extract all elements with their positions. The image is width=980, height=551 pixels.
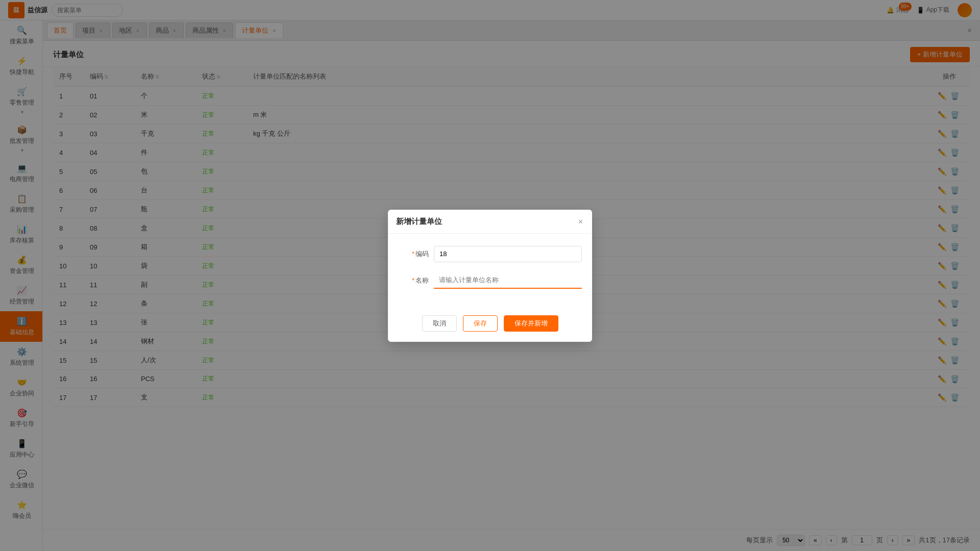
save-and-new-button[interactable]: 保存并新增 (504, 315, 558, 332)
dialog-title: 新增计量单位 (396, 217, 442, 227)
name-form-row: *名称 (398, 272, 582, 289)
dialog-body: *编码 *名称 (388, 234, 592, 309)
name-input[interactable] (434, 272, 582, 289)
name-required: * (412, 277, 414, 284)
code-form-row: *编码 (398, 246, 582, 262)
save-button[interactable]: 保存 (463, 315, 498, 332)
dialog-close-button[interactable]: × (577, 217, 584, 227)
dialog-overlay: 新增计量单位 × *编码 *名称 取消 保存 保存并新增 (0, 0, 980, 551)
dialog-header: 新增计量单位 × (388, 210, 592, 234)
code-required: * (412, 250, 414, 258)
code-input[interactable] (434, 246, 582, 262)
cancel-button[interactable]: 取消 (422, 315, 457, 332)
name-label: *名称 (398, 276, 429, 285)
code-label: *编码 (398, 249, 429, 259)
dialog-footer: 取消 保存 保存并新增 (388, 309, 592, 342)
add-unit-dialog: 新增计量单位 × *编码 *名称 取消 保存 保存并新增 (388, 210, 592, 342)
